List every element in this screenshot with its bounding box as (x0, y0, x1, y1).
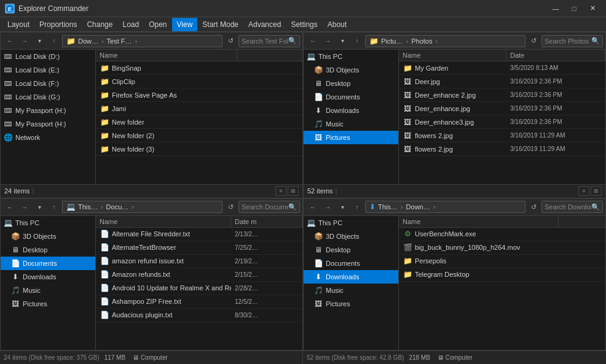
sidebar-passport-h2[interactable]: My Passport (H:) (1, 117, 95, 131)
menu-advanced[interactable]: Advanced (243, 18, 286, 31)
up-btn-tl[interactable]: ↑ (47, 35, 61, 47)
sidebar-localdisk-f[interactable]: Local Disk (F:) (1, 77, 95, 90)
file-row-jami[interactable]: 📁Jami (96, 102, 302, 115)
sidebar-3dobjects-tr[interactable]: 📦 3D Objects (304, 63, 398, 77)
sidebar-network[interactable]: 🌐 Network (1, 131, 95, 144)
sidebar-thispc-br[interactable]: 💻 This PC (304, 216, 398, 230)
up-btn-br[interactable]: ↑ (350, 201, 364, 213)
dropdown-btn-br[interactable]: ▾ (336, 201, 349, 213)
file-row-deer-enhance2[interactable]: 🖼Deer_enhance 2.jpg 3/16/2019 2:36 PM (399, 88, 605, 102)
forward-btn-br[interactable]: → (321, 201, 334, 213)
file-row-amazonrefund[interactable]: 📄amazon refund issue.txt 2/19/2… (96, 255, 302, 268)
back-btn-bl[interactable]: ← (3, 201, 17, 213)
sidebar-music-br[interactable]: 🎵 Music (304, 284, 398, 297)
file-row-userbenchmark[interactable]: ⚙UserBenchMark.exe (399, 228, 605, 241)
file-row-newfolder2[interactable]: 📁New folder (2) (96, 129, 302, 142)
file-row-android10[interactable]: 📄Android 10 Update for Realme X and Real… (96, 282, 302, 295)
col-datem-bl[interactable]: Date m (231, 216, 302, 227)
file-row-flowers3[interactable]: 🖼flowers 2.jpg 3/16/2019 11:29 AM (399, 142, 605, 156)
file-row-persepolis[interactable]: 📁Persepolis (399, 255, 605, 268)
sidebar-documents-bl[interactable]: 📄 Documents (1, 257, 95, 270)
sidebar-pictures-tr[interactable]: 🖼 Pictures (304, 131, 398, 144)
file-row-mygarden[interactable]: 📁My Garden 3/5/2020 8:13 AM (399, 61, 605, 75)
path-bar-tr[interactable]: 📁 Pictu… › Photos › (365, 35, 525, 47)
sidebar-localdisk-d[interactable]: Local Disk (D:) (1, 50, 95, 63)
sidebar-thispc-bl[interactable]: 💻 This PC (1, 216, 95, 230)
sidebar-desktop-bl[interactable]: 🖥 Desktop (1, 243, 95, 257)
back-btn-tl[interactable]: ← (3, 35, 17, 47)
search-input-bl[interactable] (242, 203, 288, 211)
menu-view[interactable]: View (172, 18, 198, 31)
file-row-bingsnap[interactable]: 📁BingSnap (96, 61, 302, 75)
sidebar-downloads-tr[interactable]: ⬇ Downloads (304, 104, 398, 117)
dropdown-btn-bl[interactable]: ▾ (33, 201, 46, 213)
sidebar-pictures-br[interactable]: 🖼 Pictures (304, 297, 398, 311)
forward-btn-tr[interactable]: → (321, 35, 334, 47)
file-row-ashampoo[interactable]: 📄Ashampoo ZIP Free.txt 12/5/2… (96, 295, 302, 309)
path-bar-br[interactable]: ⬇ This… › Down… › (365, 201, 525, 213)
refresh-btn-bl[interactable]: ↺ (224, 201, 237, 213)
search-input-br[interactable] (545, 203, 591, 211)
back-btn-tr[interactable]: ← (306, 35, 320, 47)
view-grid-tr[interactable]: ⊞ (591, 186, 602, 196)
sidebar-localdisk-g[interactable]: Local Disk (G:) (1, 90, 95, 104)
path-bar-bl[interactable]: 💻 This… › Docu… › (62, 201, 222, 213)
menu-load[interactable]: Load (117, 18, 144, 31)
up-btn-bl[interactable]: ↑ (47, 201, 61, 213)
col-name-tr[interactable]: Name (399, 50, 506, 61)
sidebar-3dobjects-br[interactable]: 📦 3D Objects (304, 230, 398, 243)
col-date-tr[interactable]: Date (506, 50, 605, 61)
sidebar-downloads-br[interactable]: ⬇ Downloads (304, 270, 398, 284)
view-list-tl[interactable]: ≡ (275, 186, 286, 196)
file-row-deer-enhance[interactable]: 🖼Deer_enhance.jpg 3/16/2019 2:36 PM (399, 102, 605, 115)
sidebar-downloads-bl[interactable]: ⬇ Downloads (1, 270, 95, 284)
up-btn-tr[interactable]: ↑ (350, 35, 364, 47)
sidebar-music-tr[interactable]: 🎵 Music (304, 117, 398, 131)
maximize-button[interactable]: □ (565, 2, 583, 15)
file-row-deer[interactable]: 🖼Deer.jpg 3/16/2019 2:36 PM (399, 75, 605, 88)
file-row-newfolder[interactable]: 📁New folder (96, 115, 302, 129)
sidebar-localdisk-e[interactable]: Local Disk (E:) (1, 63, 95, 77)
view-list-tr[interactable]: ≡ (578, 186, 589, 196)
sidebar-passport-h1[interactable]: My Passport (H:) (1, 104, 95, 117)
search-input-tl[interactable] (242, 37, 288, 45)
dropdown-btn-tr[interactable]: ▾ (336, 35, 349, 47)
menu-layout[interactable]: Layout (2, 18, 34, 31)
forward-btn-bl[interactable]: → (18, 201, 31, 213)
menu-proportions[interactable]: Proportions (34, 18, 82, 31)
sidebar-documents-br[interactable]: 📄 Documents (304, 257, 398, 270)
menu-about[interactable]: About (323, 18, 352, 31)
file-row-deer-enhance3[interactable]: 🖼Deer_enhance3.jpg 3/16/2019 2:36 PM (399, 115, 605, 129)
sidebar-thispc-tr[interactable]: 💻 This PC (304, 50, 398, 63)
col-name-bl[interactable]: Name (96, 216, 231, 227)
menu-change[interactable]: Change (82, 18, 117, 31)
refresh-btn-tr[interactable]: ↺ (527, 35, 540, 47)
menu-startmode[interactable]: Start Mode (197, 18, 243, 31)
sidebar-pictures-bl[interactable]: 🖼 Pictures (1, 297, 95, 311)
file-row-alttextbrowser[interactable]: 📄AlternateTextBrowser 7/25/2… (96, 241, 302, 255)
sidebar-desktop-br[interactable]: 🖥 Desktop (304, 243, 398, 257)
sidebar-documents-tr[interactable]: 📄 Documents (304, 90, 398, 104)
file-row-altshredder[interactable]: 📄Alternate File Shredder.txt 2/13/2… (96, 228, 302, 241)
refresh-btn-br[interactable]: ↺ (527, 201, 540, 213)
sidebar-music-bl[interactable]: 🎵 Music (1, 284, 95, 297)
col-name-br[interactable]: Name (399, 216, 559, 227)
back-btn-br[interactable]: ← (306, 201, 320, 213)
menu-settings[interactable]: Settings (286, 18, 322, 31)
file-row-firefox[interactable]: 📁Firefox Save Page As (96, 88, 302, 102)
file-row-newfolder3[interactable]: 📁New folder (3) (96, 142, 302, 156)
minimize-button[interactable]: — (547, 2, 564, 15)
sidebar-3dobjects-bl[interactable]: 📦 3D Objects (1, 230, 95, 243)
refresh-btn-tl[interactable]: ↺ (224, 35, 237, 47)
view-grid-tl[interactable]: ⊞ (288, 186, 299, 196)
close-button[interactable]: ✕ (584, 2, 601, 15)
file-row-telegram[interactable]: 📁Telegram Desktop (399, 268, 605, 282)
file-row-clipclip[interactable]: 📁ClipClip (96, 75, 302, 88)
file-row-flowers2[interactable]: 🖼flowers 2.jpg 3/16/2019 11:29 AM (399, 129, 605, 142)
dropdown-btn-tl[interactable]: ▾ (33, 35, 46, 47)
search-input-tr[interactable] (545, 37, 591, 45)
path-bar-tl[interactable]: 📁 Dow… › Test F… › (62, 35, 222, 47)
forward-btn-tl[interactable]: → (18, 35, 31, 47)
file-row-bigbuck[interactable]: 🎬big_buck_bunny_1080p_h264.mov (399, 241, 605, 255)
file-row-audacious[interactable]: 📄Audacious plugin.txt 8/30/2… (96, 309, 302, 322)
